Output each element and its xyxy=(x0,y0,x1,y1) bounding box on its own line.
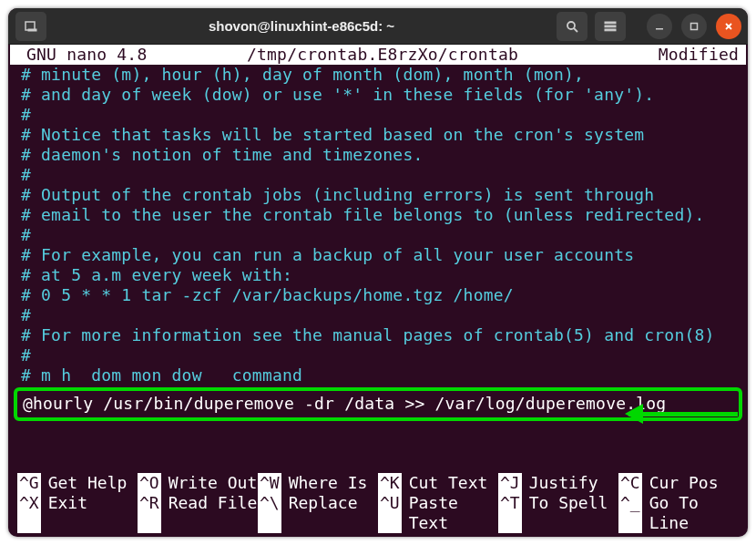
editor-file: /tmp/crontab.E8rzXo/crontab xyxy=(247,45,646,65)
svg-rect-1 xyxy=(28,29,36,31)
shortcut-item: ^\Replace xyxy=(258,493,378,533)
editor-line: # Output of the crontab jobs (including … xyxy=(10,185,746,205)
shortcut-item: ^WWhere Is xyxy=(258,473,378,493)
editor-line: # For more information see the manual pa… xyxy=(10,325,746,345)
shortcut-key: ^W xyxy=(258,473,281,493)
shortcut-label: Go To Line xyxy=(642,493,739,533)
editor-line: # daemon's notion of time and timezones. xyxy=(10,145,746,165)
shortcut-item: ^TTo Spell xyxy=(498,493,618,533)
editor-line: # 0 5 * * 1 tar -zcf /var/backups/home.t… xyxy=(10,285,746,305)
editor-line: # and day of week (dow) or use '*' in th… xyxy=(10,85,746,105)
shortcut-key: ^\ xyxy=(258,493,281,533)
editor-line: # email to the user the crontab file bel… xyxy=(10,205,746,225)
search-button[interactable] xyxy=(557,12,587,41)
nano-header: GNU nano 4.8 /tmp/crontab.E8rzXo/crontab… xyxy=(10,45,746,65)
svg-rect-6 xyxy=(605,29,616,31)
terminal-content[interactable]: GNU nano 4.8 /tmp/crontab.E8rzXo/crontab… xyxy=(8,45,748,421)
svg-rect-4 xyxy=(605,22,616,24)
shortcut-label: Get Help xyxy=(41,473,128,493)
editor-name: GNU nano 4.8 xyxy=(10,45,247,65)
editor-line: # xyxy=(10,345,746,365)
shortcut-key: ^_ xyxy=(618,493,642,533)
editor-line: # xyxy=(10,225,746,245)
window-title: shovon@linuxhint-e86c5d: ~ xyxy=(48,18,555,34)
shortcut-key: ^K xyxy=(378,473,402,493)
shortcut-key: ^O xyxy=(138,473,161,493)
close-button[interactable] xyxy=(716,14,741,39)
editor-body: # minute (m), hour (h), day of month (do… xyxy=(10,65,746,386)
svg-line-3 xyxy=(574,28,577,32)
shortcut-item: ^CCur Pos xyxy=(618,473,739,493)
titlebar: shovon@linuxhint-e86c5d: ~ xyxy=(8,8,748,45)
shortcut-key: ^C xyxy=(618,473,642,493)
shortcut-item: ^OWrite Out xyxy=(138,473,258,493)
shortcut-label: Cut Text xyxy=(402,473,488,493)
nano-shortcuts: ^GGet Help^OWrite Out^WWhere Is^KCut Tex… xyxy=(10,473,746,533)
shortcut-key: ^R xyxy=(138,493,161,533)
editor-line: # For example, you can run a backup of a… xyxy=(10,245,746,265)
shortcut-key: ^U xyxy=(378,493,402,533)
shortcut-label: Exit xyxy=(41,493,87,533)
editor-line: # xyxy=(10,305,746,325)
editor-line: # xyxy=(10,105,746,125)
minimize-button[interactable] xyxy=(647,14,672,39)
shortcut-item: ^JJustify xyxy=(498,473,618,493)
shortcut-label: Read File xyxy=(161,493,258,533)
shortcut-label: Cur Pos xyxy=(642,473,719,493)
shortcut-item: ^KCut Text xyxy=(378,473,498,493)
shortcut-label: Paste Text xyxy=(402,493,498,533)
shortcut-label: Write Out xyxy=(161,473,258,493)
terminal-window: shovon@linuxhint-e86c5d: ~ GNU nano 4.8 … xyxy=(8,8,748,537)
shortcut-key: ^G xyxy=(17,473,41,493)
maximize-button[interactable] xyxy=(681,14,707,39)
shortcut-item: ^RRead File xyxy=(138,493,258,533)
shortcut-key: ^T xyxy=(498,493,522,533)
editor-line: # xyxy=(10,165,746,185)
shortcut-item: ^XExit xyxy=(17,493,138,533)
shortcut-label: Replace xyxy=(281,493,358,533)
shortcut-key: ^J xyxy=(498,473,522,493)
annotation-arrow xyxy=(625,408,738,419)
shortcut-item: ^UPaste Text xyxy=(378,493,498,533)
editor-line: # Notice that tasks will be started base… xyxy=(10,125,746,145)
shortcut-key: ^X xyxy=(17,493,41,533)
editor-status: Modified xyxy=(646,45,746,65)
new-tab-button[interactable] xyxy=(15,12,46,41)
editor-line: # at 5 a.m every week with: xyxy=(10,265,746,285)
editor-line: # minute (m), hour (h), day of month (do… xyxy=(10,65,746,85)
shortcut-label: Where Is xyxy=(281,473,368,493)
svg-rect-8 xyxy=(691,23,698,29)
editor-line: # m h dom mon dow command xyxy=(10,365,746,386)
shortcut-item: ^GGet Help xyxy=(17,473,138,493)
svg-rect-5 xyxy=(605,26,616,27)
menu-button[interactable] xyxy=(595,12,626,41)
svg-rect-7 xyxy=(656,28,663,30)
shortcut-item: ^_Go To Line xyxy=(618,493,739,533)
shortcut-label: Justify xyxy=(522,473,598,493)
shortcut-label: To Spell xyxy=(522,493,608,533)
svg-point-2 xyxy=(567,22,575,29)
